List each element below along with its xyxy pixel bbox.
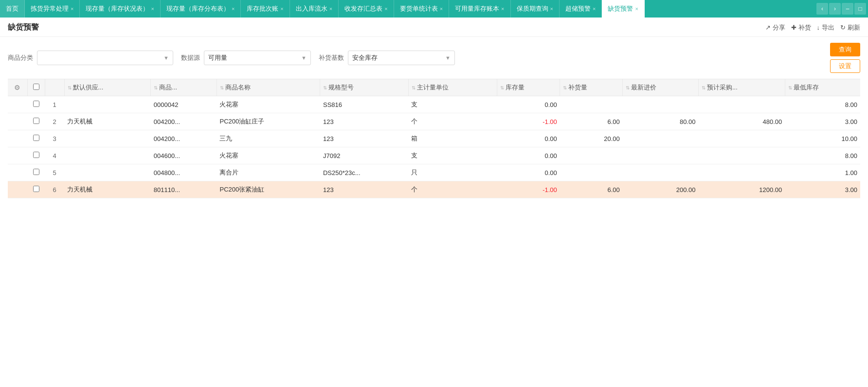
row-unit-0: 支 (408, 96, 497, 113)
tab-close-1[interactable]: × (71, 6, 73, 12)
main-content: 缺货预警 ↗ 分享 ✚ 补货 ↓ 导出 ↻ 刷新 商品分类 (0, 18, 868, 387)
tab-label-4: 库存批次账 (247, 4, 278, 13)
row-settings-4 (8, 164, 27, 181)
col-header-min_stock[interactable]: ⇅最低库存 (785, 79, 860, 96)
row-checkbox-3[interactable] (33, 152, 39, 158)
tab-item-10[interactable]: 超储预警 × (560, 0, 602, 18)
page-title: 缺货预警 (8, 22, 39, 33)
row-est_purchase-1: 480.00 (698, 113, 785, 130)
row-goods_code-5: 801110... (151, 181, 217, 198)
row-spec-1: 123 (320, 113, 408, 130)
sort-icon-est_purchase: ⇅ (702, 85, 705, 90)
col-header-spec[interactable]: ⇅规格型号 (320, 79, 408, 96)
row-stock-3: 0.00 (497, 147, 560, 164)
replenish-button[interactable]: ✚ 补货 (791, 23, 811, 32)
row-replenish_qty-1: 6.00 (560, 113, 623, 130)
row-checkbox-cell-0 (27, 96, 45, 113)
row-spec-3: J7092 (320, 147, 408, 164)
tab-label-8: 可用量库存账本 (455, 4, 499, 13)
col-header-replenish_qty[interactable]: ⇅补货量 (560, 79, 623, 96)
col-header-latest_price[interactable]: ⇅最新进价 (623, 79, 699, 96)
sort-icon-default_supplier: ⇅ (68, 85, 72, 90)
tab-close-9[interactable]: × (550, 6, 553, 12)
tab-close-11[interactable]: × (635, 6, 638, 12)
col-header-stock[interactable]: ⇅库存量 (497, 79, 560, 96)
tab-prev-button[interactable]: ‹ (816, 3, 828, 15)
tab-item-3[interactable]: 现存量（库存分布表） × (161, 0, 241, 18)
col-label-replenish_qty: 补货量 (568, 83, 587, 92)
col-label-spec: 规格型号 (328, 83, 354, 92)
tab-item-2[interactable]: 现存量（库存状况表） × (80, 0, 160, 18)
col-header-est_purchase[interactable]: ⇅预计采购... (698, 79, 785, 96)
tab-label-2: 现存量（库存状况表） (86, 4, 149, 13)
col-header-unit[interactable]: ⇅主计量单位 (408, 79, 497, 96)
row-stock-2: 0.00 (497, 130, 560, 147)
tab-item-11[interactable]: 缺货预警 × (602, 0, 644, 18)
tab-close-2[interactable]: × (151, 6, 154, 12)
row-checkbox-2[interactable] (33, 135, 39, 141)
tab-maximize-button[interactable]: □ (854, 3, 866, 15)
datasource-select[interactable]: 可用量 ▼ (204, 51, 311, 65)
row-min_stock-5: 3.00 (785, 181, 860, 198)
col-header-default_supplier[interactable]: ⇅默认供应... (64, 79, 151, 96)
row-min_stock-4: 1.00 (785, 164, 860, 181)
col-header-settings: ⚙ (8, 79, 27, 96)
tab-item-4[interactable]: 库存批次账 × (241, 0, 289, 18)
row-replenish_qty-0 (560, 96, 623, 113)
tab-close-4[interactable]: × (280, 6, 283, 12)
row-default_supplier-4 (64, 164, 151, 181)
col-header-goods_name[interactable]: ⇅商品名称 (217, 79, 320, 96)
row-checkbox-1[interactable] (33, 118, 39, 124)
row-spec-4: DS250*23c... (320, 164, 408, 181)
settings-button[interactable]: 设置 (830, 59, 860, 73)
tab-close-3[interactable]: × (232, 6, 235, 12)
tab-close-7[interactable]: × (440, 6, 443, 12)
tab-close-6[interactable]: × (384, 6, 387, 12)
tab-item-7[interactable]: 要货单统计表 × (394, 0, 449, 18)
page-header: 缺货预警 ↗ 分享 ✚ 补货 ↓ 导出 ↻ 刷新 (0, 18, 868, 37)
tab-item-5[interactable]: 出入库流水 × (290, 0, 339, 18)
col-label-unit: 主计量单位 (417, 83, 449, 92)
row-checkbox-cell-4 (27, 164, 45, 181)
row-checkbox-5[interactable] (33, 186, 39, 192)
share-button[interactable]: ↗ 分享 (765, 23, 785, 32)
tab-minimize-button[interactable]: – (842, 3, 853, 15)
row-checkbox-4[interactable] (33, 169, 39, 175)
sort-icon-goods_code: ⇅ (154, 85, 158, 90)
sort-icon-goods_name: ⇅ (220, 85, 224, 90)
row-unit-3: 支 (408, 147, 497, 164)
row-default_supplier-2 (64, 130, 151, 147)
col-label-stock: 库存量 (506, 83, 524, 92)
replenish-base-select[interactable]: 安全库存 ▼ (348, 51, 455, 65)
refresh-button[interactable]: ↻ 刷新 (840, 23, 860, 32)
row-latest_price-4 (623, 164, 699, 181)
row-goods_code-4: 004800... (151, 164, 217, 181)
tab-close-5[interactable]: × (329, 6, 332, 12)
col-label-est_purchase: 预计采购... (707, 83, 738, 92)
datasource-label: 数据源 (181, 53, 200, 62)
query-button[interactable]: 查询 (830, 43, 860, 56)
tab-close-8[interactable]: × (501, 6, 504, 12)
gear-icon[interactable]: ⚙ (14, 84, 20, 91)
tab-item-0[interactable]: 首页 (0, 0, 25, 18)
row-latest_price-5: 200.00 (623, 181, 699, 198)
row-unit-1: 个 (408, 113, 497, 130)
tab-label-5: 出入库流水 (296, 4, 327, 13)
tab-label-7: 要货单统计表 (400, 4, 438, 13)
col-label-goods_name: 商品名称 (225, 83, 251, 92)
tab-item-1[interactable]: 拣货异常处理 × (25, 0, 80, 18)
row-num-3: 4 (45, 147, 64, 164)
col-label-goods_code: 商品... (159, 83, 177, 92)
tab-item-6[interactable]: 收发存汇总表 × (339, 0, 394, 18)
select-all-checkbox[interactable] (33, 84, 39, 90)
export-button[interactable]: ↓ 导出 (817, 23, 835, 32)
tab-item-8[interactable]: 可用量库存账本 × (449, 0, 510, 18)
row-settings-5 (8, 181, 27, 198)
tab-next-button[interactable]: › (829, 3, 841, 15)
row-goods_name-2: 三九 (217, 130, 320, 147)
col-header-goods_code[interactable]: ⇅商品... (151, 79, 217, 96)
category-select[interactable]: ▼ (37, 51, 173, 65)
row-checkbox-0[interactable] (33, 101, 39, 107)
tab-item-9[interactable]: 保质期查询 × (511, 0, 560, 18)
tab-close-10[interactable]: × (593, 6, 596, 12)
